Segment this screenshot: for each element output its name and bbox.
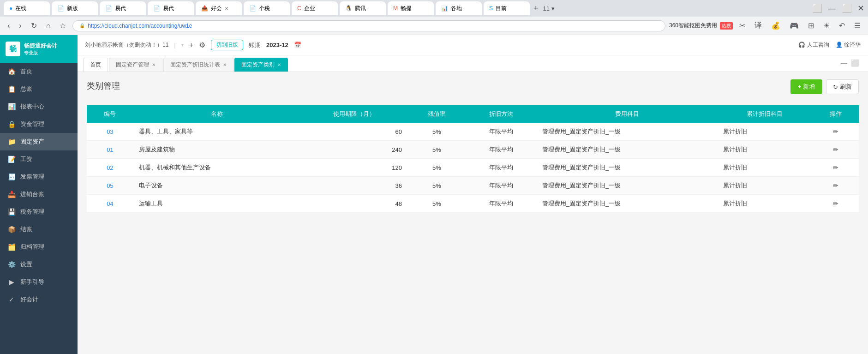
user-avatar[interactable]: 👤 徐泽华 — [836, 41, 861, 49]
sidebar-item-reports[interactable]: 📊 报表中心 — [0, 98, 78, 115]
bookmark-button[interactable]: ☆ — [57, 19, 69, 32]
sidebar: 畅 畅捷通好会计 专业版 🏠 首页 📋 总账 📊 报表中心 🔒 资金管理 📁 固… — [0, 35, 78, 354]
browser-tab-tencent[interactable]: 🐧 腾讯 — [340, 1, 386, 15]
sidebar-item-invoice[interactable]: 🧾 发票管理 — [0, 168, 78, 186]
sidebar-item-salary[interactable]: 📝 工资 — [0, 150, 78, 168]
sidebar-item-purchase-sales[interactable]: 📥 进销台账 — [0, 186, 78, 203]
cell-code: 03 — [87, 123, 133, 141]
address-bar[interactable]: 🔒 https://cloud.chanjet.com/accounting/u… — [72, 20, 665, 31]
sidebar-item-label: 好会计 — [20, 295, 38, 304]
cut-button[interactable]: ✂ — [736, 19, 748, 32]
period-label: 账期 — [249, 41, 261, 49]
sidebar-item-funds[interactable]: 🔒 资金管理 — [0, 115, 78, 133]
edit-icon[interactable]: ✏ — [833, 164, 838, 171]
reload-button[interactable]: ↻ — [28, 19, 40, 32]
cell-action[interactable]: ✏ — [812, 123, 859, 141]
forward-button[interactable]: › — [16, 20, 24, 32]
undo-button[interactable]: ↶ — [836, 19, 848, 32]
tab-close-icon[interactable]: ✕ — [223, 62, 227, 67]
browser-tab-muqian[interactable]: S 目前 — [484, 1, 530, 15]
tab-close-icon[interactable]: ✕ — [225, 6, 228, 11]
expand-icon[interactable]: ▾ — [181, 42, 184, 48]
haokuai-icon: ✓ — [7, 295, 16, 304]
content-area: 类别管理 + 新增 ↻ 刷新 编号 名称 使用期限（月） 残值率 — [78, 72, 868, 354]
home-button[interactable]: ⌂ — [43, 20, 54, 32]
sidebar-item-label: 资金管理 — [20, 120, 44, 128]
page-tab-fixed-assets-mgmt[interactable]: 固定资产管理 ✕ — [109, 58, 162, 72]
cell-action[interactable]: ✏ — [812, 177, 859, 195]
browser-tab-yidai1[interactable]: 📄 易代 — [100, 1, 146, 15]
minimize-button[interactable]: — — [828, 4, 836, 13]
consult-button[interactable]: 🎧 人工咨询 — [798, 41, 829, 49]
close-window-button[interactable]: ✕ — [857, 3, 864, 13]
settings-icon: ⚙️ — [7, 260, 16, 269]
calendar-icon[interactable]: 📅 — [294, 42, 301, 48]
tab-label: 易代 — [163, 5, 174, 12]
cell-residual: 5% — [407, 141, 466, 159]
browser-tab-online[interactable]: ● 在线 — [4, 1, 50, 15]
cell-expense: 管理费用_固定资产折旧_一级 — [537, 141, 718, 159]
cell-action[interactable]: ✏ — [812, 195, 859, 213]
browser-tab-gesui[interactable]: 📄 个税 — [244, 1, 290, 15]
sun-button[interactable]: ☀ — [820, 19, 832, 32]
cell-accumulated: 累计折旧 — [718, 123, 812, 141]
tab-list-button[interactable]: 11 ▾ — [543, 5, 555, 12]
logo-title: 畅捷通好会计 — [24, 42, 57, 50]
menu-button[interactable]: ☰ — [851, 19, 863, 32]
cell-action[interactable]: ✏ — [812, 141, 859, 159]
add-button[interactable]: + 新增 — [790, 79, 822, 94]
switch-old-version-button[interactable]: 切到旧版 — [211, 40, 243, 50]
cell-expense: 管理费用_固定资产折旧_一级 — [537, 177, 718, 195]
restore-window-button[interactable]: ⬜ — [812, 3, 822, 13]
sidebar-item-guide[interactable]: ▶ 新手引导 — [0, 273, 78, 291]
browser-tab-bar: ● 在线 📄 新版 📄 易代 📄 易代 📤 好会 ✕ 📄 个税 C 企业 🐧 腾… — [0, 0, 868, 17]
layout-button[interactable]: ⊞ — [805, 19, 817, 32]
tab-label: 固定资产类别 — [241, 61, 275, 69]
home-icon: 🏠 — [7, 67, 16, 76]
cell-residual: 5% — [407, 195, 466, 213]
back-button[interactable]: ‹ — [5, 20, 12, 32]
wallet-button[interactable]: 💰 — [768, 19, 783, 32]
maximize-content-button[interactable]: ⬜ — [851, 59, 859, 66]
sidebar-item-label: 进销台账 — [20, 190, 44, 198]
sidebar-item-fixed-assets[interactable]: 📁 固定资产 — [0, 133, 78, 150]
consult-label: 人工咨询 — [807, 42, 829, 48]
edit-icon[interactable]: ✏ — [833, 146, 838, 153]
browser-tab-changt[interactable]: M 畅提 — [388, 1, 434, 15]
sidebar-item-archive[interactable]: 🗂️ 归档管理 — [0, 238, 78, 256]
edit-icon[interactable]: ✏ — [833, 128, 838, 135]
edit-icon[interactable]: ✏ — [833, 182, 838, 189]
purchase-sales-icon: 📥 — [7, 190, 16, 198]
sidebar-item-checkout[interactable]: 📦 结账 — [0, 221, 78, 238]
page-tab-depreciation-stat[interactable]: 固定资产折旧统计表 ✕ — [163, 58, 233, 72]
cell-method: 年限平均 — [466, 141, 537, 159]
cell-method: 年限平均 — [466, 195, 537, 213]
cell-period: 240 — [300, 141, 407, 159]
add-account-button[interactable]: + — [189, 41, 193, 49]
tab-label: 固定资产折旧统计表 — [170, 61, 220, 69]
sidebar-item-home[interactable]: 🏠 首页 — [0, 63, 78, 80]
new-tab-button[interactable]: + — [533, 4, 539, 13]
refresh-button[interactable]: ↻ 刷新 — [826, 79, 859, 94]
cell-action[interactable]: ✏ — [812, 159, 859, 177]
logo-icon: 畅 — [6, 42, 20, 56]
browser-tab-haokuai[interactable]: 📤 好会 ✕ — [196, 1, 242, 15]
translate-button[interactable]: 译 — [752, 19, 765, 32]
page-tab-home[interactable]: 首页 — [83, 58, 108, 72]
settings-topbar-button[interactable]: ⚙ — [199, 41, 205, 49]
tab-close-icon[interactable]: ✕ — [152, 62, 156, 67]
page-tab-fixed-assets-category[interactable]: 固定资产类别 ✕ — [234, 58, 288, 72]
browser-tab-gedi[interactable]: 📊 各地 — [436, 1, 482, 15]
browser-tab-new[interactable]: 📄 新版 — [52, 1, 98, 15]
minimize-content-button[interactable]: — — [841, 59, 847, 66]
edit-icon[interactable]: ✏ — [833, 200, 838, 207]
sidebar-item-settings[interactable]: ⚙️ 设置 — [0, 256, 78, 273]
sidebar-item-haokuai[interactable]: ✓ 好会计 — [0, 291, 78, 308]
browser-tab-enterprise[interactable]: C 企业 — [292, 1, 338, 15]
browser-tab-yidai2[interactable]: 📄 易代 — [148, 1, 194, 15]
game-button[interactable]: 🎮 — [787, 19, 802, 32]
maximize-button[interactable]: ⬜ — [842, 3, 852, 13]
sidebar-item-tax[interactable]: 💾 税务管理 — [0, 203, 78, 221]
sidebar-item-ledger[interactable]: 📋 总账 — [0, 80, 78, 98]
tab-close-icon[interactable]: ✕ — [277, 62, 281, 67]
